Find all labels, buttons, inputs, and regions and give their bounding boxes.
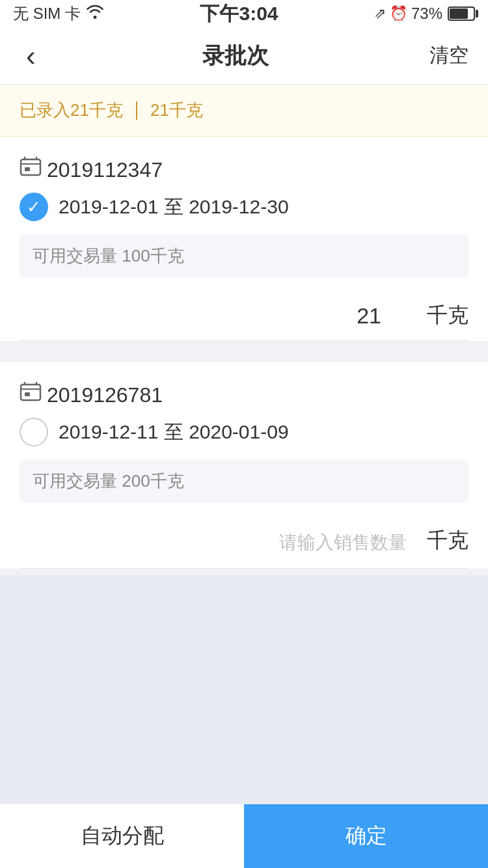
batch-1-id-row: 2019112347 bbox=[20, 156, 468, 183]
status-icons: ⇗ ⏰ 73% bbox=[374, 5, 475, 23]
batch-1-section: 2019112347 ✓ 2019-12-01 至 2019-12-30 可用交… bbox=[0, 137, 488, 341]
batch-id-icon-2 bbox=[20, 381, 42, 409]
clear-button[interactable]: 清空 bbox=[429, 42, 468, 69]
batch-1-value: 21 bbox=[357, 303, 381, 329]
batch-1-radio[interactable]: ✓ bbox=[20, 193, 48, 221]
batch-2-section: 2019126781 2019-12-11 至 2020-01-09 可用交易量… bbox=[0, 362, 488, 569]
svg-rect-9 bbox=[25, 392, 30, 396]
batch-2-item: 2019126781 2019-12-11 至 2020-01-09 可用交易量… bbox=[0, 362, 488, 503]
batch-id-icon-1 bbox=[20, 156, 42, 183]
batch-2-radio[interactable] bbox=[20, 418, 48, 446]
batch-2-divider bbox=[20, 568, 468, 569]
back-button[interactable]: ‹ bbox=[20, 33, 42, 79]
status-time: 下午3:04 bbox=[200, 1, 278, 27]
svg-rect-5 bbox=[21, 385, 40, 400]
check-icon: ✓ bbox=[27, 197, 41, 217]
batch-2-id: 2019126781 bbox=[47, 383, 163, 407]
carrier-text: 无 SIM 卡 bbox=[13, 3, 81, 24]
info-divider bbox=[136, 102, 137, 120]
alarm-icon: ⏰ bbox=[390, 5, 407, 22]
main-content: 已录入21千克 21千克 2019112347 bbox=[0, 85, 488, 868]
section-divider bbox=[0, 351, 488, 362]
status-bar: 无 SIM 卡 下午3:04 ⇗ ⏰ 73% bbox=[0, 0, 488, 27]
info-banner: 已录入21千克 21千克 bbox=[0, 85, 488, 137]
svg-rect-0 bbox=[21, 159, 40, 175]
battery-icon bbox=[448, 7, 475, 21]
total-amount: 21千克 bbox=[150, 99, 203, 122]
recorded-amount: 已录入21千克 bbox=[20, 99, 123, 122]
batch-2-availability: 可用交易量 200千克 bbox=[33, 471, 184, 491]
confirm-button[interactable]: 确定 bbox=[244, 804, 488, 868]
batch-1-date: 2019-12-01 至 2019-12-30 bbox=[59, 194, 289, 221]
batch-2-availability-box: 可用交易量 200千克 bbox=[20, 459, 468, 503]
batch-1-availability: 可用交易量 100千克 bbox=[33, 246, 184, 265]
auto-distribute-button[interactable]: 自动分配 bbox=[0, 804, 244, 868]
battery-percent: 73% bbox=[411, 5, 442, 23]
bottom-bar: 自动分配 确定 bbox=[0, 804, 488, 868]
svg-rect-4 bbox=[25, 167, 30, 171]
batch-2-date: 2019-12-11 至 2020-01-09 bbox=[59, 419, 289, 446]
batch-1-availability-box: 可用交易量 100千克 bbox=[20, 234, 468, 278]
input-unit: 千克 bbox=[427, 526, 468, 555]
batch-1-unit: 千克 bbox=[427, 301, 468, 330]
batch-1-value-row: 21 千克 bbox=[0, 291, 488, 330]
batch-1-item: 2019112347 ✓ 2019-12-01 至 2019-12-30 可用交… bbox=[0, 137, 488, 278]
batch-2-id-row: 2019126781 bbox=[20, 381, 468, 409]
status-carrier: 无 SIM 卡 bbox=[13, 3, 104, 24]
batch-2-input-row: 千克 bbox=[0, 516, 488, 568]
nav-bar: ‹ 录批次 清空 bbox=[0, 27, 488, 85]
batch-2-date-row[interactable]: 2019-12-11 至 2020-01-09 bbox=[20, 418, 468, 446]
wifi-icon bbox=[86, 5, 104, 23]
batch-1-id: 2019112347 bbox=[47, 158, 163, 182]
page-title: 录批次 bbox=[202, 41, 269, 71]
batch-1-divider bbox=[20, 340, 468, 341]
quantity-input[interactable] bbox=[20, 528, 416, 554]
location-icon: ⇗ bbox=[374, 5, 386, 22]
batch-1-date-row[interactable]: ✓ 2019-12-01 至 2019-12-30 bbox=[20, 193, 468, 221]
